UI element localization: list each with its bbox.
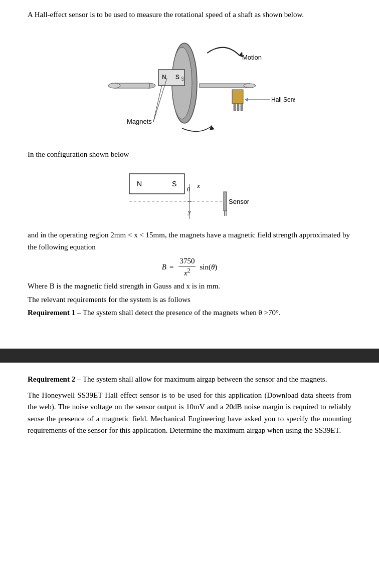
config-intro-text: In the configuration shown below bbox=[28, 149, 351, 160]
svg-text:N: N bbox=[137, 180, 142, 188]
fraction-denominator: x2 bbox=[183, 266, 192, 277]
equation-B: B bbox=[162, 263, 166, 271]
req1-body: The system shall detect the presence of … bbox=[83, 309, 281, 317]
equation-display: B = 3750 x2 sin(θ) bbox=[28, 257, 351, 277]
requirement-1: Requirement 1 – The system shall detect … bbox=[28, 307, 351, 319]
svg-marker-18 bbox=[245, 98, 248, 102]
svg-rect-3 bbox=[200, 84, 250, 88]
svg-rect-15 bbox=[237, 104, 239, 111]
config-diagram: N S θ x Sensor y bbox=[104, 164, 275, 224]
svg-rect-16 bbox=[241, 104, 243, 111]
config-section: In the configuration shown below N S θ x… bbox=[28, 149, 351, 224]
svg-text:x: x bbox=[197, 182, 200, 189]
req1-dash: – bbox=[75, 309, 83, 317]
where-b-text: Where B is the magnetic field strength i… bbox=[28, 280, 351, 292]
motion-label: Motion bbox=[242, 54, 262, 61]
equation-fraction: 3750 x2 bbox=[178, 257, 196, 277]
svg-rect-13 bbox=[232, 90, 243, 104]
req1-bold: Requirement 1 bbox=[28, 309, 75, 317]
intro-paragraph: A Hall-effect sensor is to be used to me… bbox=[28, 9, 351, 21]
svg-point-4 bbox=[244, 84, 256, 88]
svg-text:N: N bbox=[162, 74, 166, 81]
equation-sin: sin(θ) bbox=[200, 263, 217, 271]
svg-rect-27 bbox=[224, 192, 227, 211]
fraction-numerator: 3750 bbox=[178, 257, 196, 266]
hall-sensor-label: Hall Sensor bbox=[271, 96, 295, 103]
svg-text:S: S bbox=[172, 180, 176, 188]
svg-point-2 bbox=[108, 83, 120, 88]
svg-text:y: y bbox=[187, 208, 191, 215]
req2-dash: – bbox=[75, 375, 83, 383]
svg-line-20 bbox=[153, 85, 162, 122]
requirement-2: Requirement 2 – The system shall allow f… bbox=[28, 374, 351, 385]
main-diagram: N S S Motion Hall Sensor Magnets bbox=[28, 26, 351, 141]
operating-region-text: and in the operating region 2mm < x < 15… bbox=[28, 229, 351, 253]
req2-bold: Requirement 2 bbox=[28, 375, 75, 383]
svg-rect-14 bbox=[234, 104, 236, 111]
magnets-label: Magnets bbox=[127, 118, 152, 125]
config-diagram-container: N S θ x Sensor y bbox=[28, 164, 351, 224]
hall-sensor-diagram: N S S Motion Hall Sensor Magnets bbox=[84, 26, 295, 141]
section-divider bbox=[0, 349, 379, 363]
svg-text:S: S bbox=[175, 74, 179, 81]
req2-body: The system shall allow for maximum airga… bbox=[83, 375, 327, 383]
honeywell-text: The Honeywell SS39ET Hall effect sensor … bbox=[28, 390, 351, 436]
page-bottom: Requirement 2 – The system shall allow f… bbox=[0, 363, 379, 446]
svg-text:θ: θ bbox=[187, 185, 191, 193]
equation-equals: = bbox=[169, 263, 173, 271]
svg-text:S: S bbox=[181, 76, 184, 82]
relevant-req-text: The relevant requirements for the system… bbox=[28, 294, 351, 306]
svg-text:Sensor: Sensor bbox=[229, 198, 250, 205]
page-top: A Hall-effect sensor is to be used to me… bbox=[0, 0, 379, 319]
